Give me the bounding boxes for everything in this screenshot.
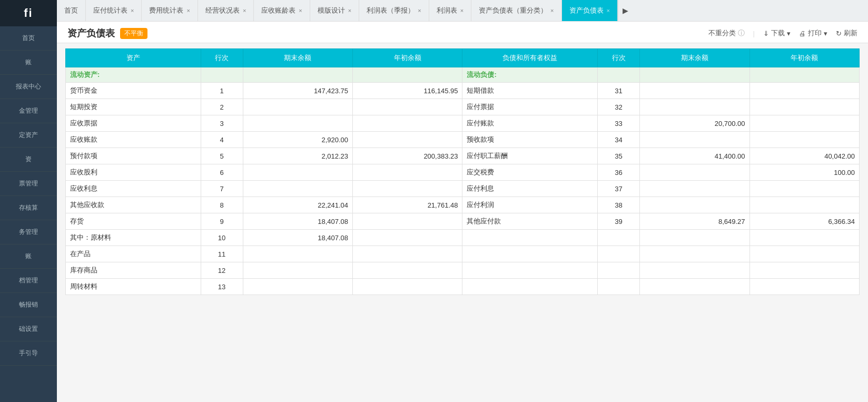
asset-label: 应收账款 [66,132,201,148]
section-asset-label: 流动资产: [66,67,201,83]
tab-payable-stats-label: 应付统计表 [93,6,127,15]
help-icon: ⓘ [738,28,745,38]
section-asset-year [353,67,462,83]
asset-row-num: 2 [201,99,243,115]
liab-label: 短期借款 [462,83,598,99]
table-row[interactable]: 货币资金 1 147,423.75 116,145.95 短期借款 31 [66,83,860,99]
sidebar-item-expense[interactable]: 畅报销 [0,293,57,317]
sidebar-item-account2[interactable]: 账 [0,244,57,269]
sidebar-item-report-center[interactable]: 报表中心 [0,75,57,99]
table-row[interactable]: 其中：原材料 10 18,407.08 [66,230,860,246]
asset-year-start [353,132,462,148]
liab-period-end: 8,649.27 [640,213,749,230]
table-row[interactable]: 短期投资 2 应付票据 32 [66,99,860,115]
table-row[interactable]: 库存商品 12 [66,262,860,279]
liab-row-num: 33 [597,115,639,132]
sidebar-item-inventory[interactable]: 存核算 [0,196,57,220]
tab-expense-stats[interactable]: 费用统计表 × [142,0,198,21]
tab-template-design[interactable]: 模版设计 × [310,0,359,21]
tab-income-label: 利润表 [437,6,457,15]
tab-home[interactable]: 首页 [57,0,86,21]
tab-income-quarterly-close[interactable]: × [418,7,421,14]
sidebar-item-home[interactable]: 首页 [0,26,57,51]
asset-year-start [353,246,462,262]
table-row[interactable]: 预付款项 5 2,012.23 200,383.23 应付职工薪酬 35 41,… [66,148,860,164]
asset-label: 货币资金 [66,83,201,99]
tab-bar: 首页 应付统计表 × 费用统计表 × 经营状况表 × 应收账龄表 × 模版设计 … [57,0,868,22]
tab-balance-sheet-close[interactable]: × [607,7,610,14]
asset-period-end [243,99,352,115]
filter-label-text: 不重分类 [708,28,736,38]
asset-period-end [243,164,352,181]
tab-balance-reclassified-close[interactable]: × [550,7,554,14]
sidebar-item-invoice[interactable]: 票管理 [0,172,57,196]
table-row[interactable]: 应收利息 7 应付利息 37 [66,181,860,197]
tab-scroll-right[interactable]: ▶ [618,0,633,21]
asset-label: 短期投资 [66,99,201,115]
sidebar-item-doc[interactable]: 档管理 [0,269,57,293]
asset-label: 库存商品 [66,262,201,279]
sidebar-item-fund-management[interactable]: 金管理 [0,99,57,123]
filter-label[interactable]: 不重分类 ⓘ [708,28,745,38]
asset-year-start: 116,145.95 [353,83,462,99]
liab-row-num: 34 [597,132,639,148]
liab-year-start [749,279,859,295]
sidebar-item-fixed-assets[interactable]: 定资产 [0,123,57,148]
tab-payable-stats-close[interactable]: × [131,7,134,14]
liab-label: 其他应付款 [462,213,598,230]
tab-balance-reclassified[interactable]: 资产负债表（重分类） × [471,0,561,21]
liab-year-start [749,115,859,132]
table-container: 资产 行次 期末余额 年初余额 负债和所有者权益 行次 期末余额 年初余额 流动… [57,43,868,402]
tab-receivable-age[interactable]: 应收账龄表 × [254,0,310,21]
tab-operations[interactable]: 经营状况表 × [198,0,254,21]
sidebar-item-asset[interactable]: 资 [0,148,57,172]
divider1: | [753,30,755,37]
tab-home-label: 首页 [64,6,78,15]
table-row[interactable]: 应收票据 3 应付账款 33 20,700.00 [66,115,860,132]
tab-income-quarterly-label: 利润表（季报） [367,6,415,15]
refresh-button[interactable]: ↻ 刷新 [836,28,857,38]
liab-year-start [749,99,859,115]
tab-payable-stats[interactable]: 应付统计表 × [86,0,142,21]
table-row[interactable]: 应收股利 6 应交税费 36 100.00 [66,164,860,181]
tab-income-close[interactable]: × [460,7,463,14]
table-row[interactable]: 周转材料 13 [66,279,860,295]
asset-row-num: 9 [201,213,243,230]
table-row[interactable]: 存货 9 18,407.08 其他应付款 39 8,649.27 6,366.3… [66,213,860,230]
tab-expense-stats-label: 费用统计表 [149,6,183,15]
sidebar-item-tax[interactable]: 务管理 [0,220,57,244]
tab-template-design-close[interactable]: × [348,7,351,14]
tab-income[interactable]: 利润表 × [429,0,471,21]
asset-row-num: 3 [201,115,243,132]
liab-period-end [640,197,749,213]
tab-balance-sheet[interactable]: 资产负债表 × [562,0,618,21]
sidebar-item-settings[interactable]: 础设置 [0,317,57,341]
download-label: 下载 [771,28,785,38]
print-button[interactable]: 🖨 打印 ▾ [799,28,827,38]
liab-label: 应付职工薪酬 [462,148,598,164]
liab-period-end [640,83,749,99]
liab-year-start: 6,366.34 [749,213,859,230]
tab-receivable-age-close[interactable]: × [299,7,302,14]
tab-expense-stats-close[interactable]: × [186,7,190,14]
asset-label: 应收利息 [66,181,201,197]
liab-row-num: 38 [597,197,639,213]
asset-label: 预付款项 [66,148,201,164]
sidebar-item-guide[interactable]: 手引导 [0,341,57,366]
asset-row-num: 6 [201,164,243,181]
page-title-area: 资产负债表 不平衡 [67,27,147,40]
table-row[interactable]: 在产品 11 [66,246,860,262]
asset-year-start: 21,761.48 [353,197,462,213]
tab-income-quarterly[interactable]: 利润表（季报） × [359,0,429,21]
print-label: 打印 [808,28,822,38]
table-row[interactable]: 应收账款 4 2,920.00 预收款项 34 [66,132,860,148]
section-liab-period [640,67,749,83]
th-asset: 资产 [66,49,201,67]
table-row[interactable]: 其他应收款 8 22,241.04 21,761.48 应付利润 38 [66,197,860,213]
section-asset-period [243,67,352,83]
download-button[interactable]: ⇓ 下载 ▾ [763,28,791,38]
liab-period-end [640,262,749,279]
tab-operations-close[interactable]: × [243,7,246,14]
liab-label: 应付票据 [462,99,598,115]
sidebar-item-account[interactable]: 账 [0,51,57,75]
